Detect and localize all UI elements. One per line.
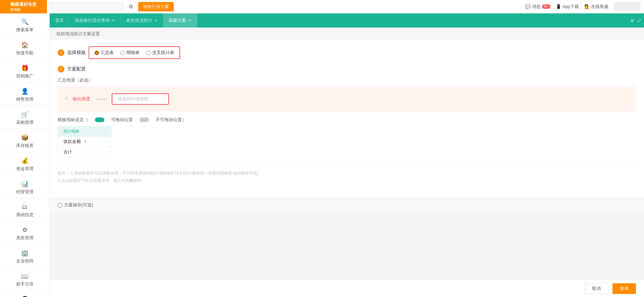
step2-number: 2 bbox=[58, 66, 64, 72]
dimension-select-placeholder: 请选择分组维度 bbox=[118, 96, 148, 101]
basic-info-icon: 🗂 bbox=[22, 203, 28, 210]
tab-close-all-icon[interactable]: ✕ bbox=[630, 17, 634, 24]
sidebar-label-quick-nav: 快捷导航 bbox=[16, 50, 34, 56]
finance-icon: 💰 bbox=[21, 157, 29, 164]
radio-detail-label: 明细表 bbox=[126, 50, 140, 56]
radio-summary-input[interactable] bbox=[95, 51, 99, 55]
marketing-icon: 🎁 bbox=[21, 64, 29, 72]
main-layout: 🔍 搜索菜单 🏠 快捷导航 🎁 营销推广 👤 销售管理 🛒 采购管理 📦 库存核… bbox=[0, 13, 644, 297]
save-option-label: 方案保存(可选) bbox=[64, 202, 93, 208]
sidebar-item-marketing[interactable]: 🎁 营销推广 bbox=[0, 60, 49, 83]
sidebar-item-finance[interactable]: 💰 资金管理 bbox=[0, 152, 49, 176]
sidebar-item-system[interactable]: ⚙ 系统管理 bbox=[0, 221, 49, 245]
operations-icon: 📊 bbox=[21, 180, 29, 188]
sidebar-item-operations[interactable]: 📊 经营管理 bbox=[0, 176, 49, 199]
tab-collection-stat-label: 收款情况统计 bbox=[126, 17, 152, 23]
tab-new-scheme-close[interactable]: ✕ bbox=[188, 18, 192, 23]
tab-home[interactable]: 首页 bbox=[50, 13, 69, 28]
tab-bank-flow-close[interactable]: ✕ bbox=[112, 18, 115, 23]
online-service-item[interactable]: 💁 在线客服 bbox=[584, 4, 608, 10]
sidebar-item-newbie[interactable]: 📖 新手引导 bbox=[0, 268, 49, 291]
tips-section: 提示： 1.拖动标题栏可以调整布局，不可跨维度或指标区域拖动栏目字段(只能在同一… bbox=[58, 164, 636, 184]
sidebar-item-enterprise[interactable]: 🏢 企业协同 bbox=[0, 245, 49, 268]
metrics-total-label: 合计 bbox=[63, 149, 72, 154]
tab-bank-flow[interactable]: 现金银行流水查询 ✕ bbox=[69, 13, 121, 28]
radio-summary[interactable]: 汇总表 bbox=[95, 50, 114, 56]
sidebar-label-inventory: 库存核算 bbox=[16, 143, 34, 149]
app-download-label: App下载 bbox=[562, 4, 579, 10]
sidebar-item-quick-nav[interactable]: 🏠 快捷导航 bbox=[0, 37, 49, 60]
radio-detail-input[interactable] bbox=[120, 51, 125, 55]
content-area: 首页 现金银行流水查询 ✕ 收款情况统计 ✕ 新建方案 ✕ ✕ ⤢ 收款情况统计… bbox=[50, 13, 644, 297]
save-option: 方案保存(可选) bbox=[50, 198, 644, 212]
sidebar-label-marketing: 营销推广 bbox=[16, 73, 34, 79]
tab-collection-stat[interactable]: 收款情况统计 ✕ bbox=[121, 13, 163, 28]
page-content: 收款情况统计方案设置 1 选择模板 汇总表 bbox=[50, 28, 644, 280]
query-button[interactable]: 查询 bbox=[612, 283, 636, 294]
dimension-config: 汇总维度（必选） * 纵向维度 —— 请选择分组维度 bbox=[58, 77, 636, 111]
tab-bar-actions: ✕ ⤢ bbox=[627, 13, 644, 28]
search-input[interactable] bbox=[50, 2, 123, 11]
draggable-label: 可拖动位置 bbox=[111, 117, 133, 123]
metrics-row1-dropdown-icon[interactable]: ▼ bbox=[84, 140, 87, 144]
tab-fullscreen-icon[interactable]: ⤢ bbox=[637, 17, 641, 24]
sidebar-label-newbie: 新手引导 bbox=[16, 281, 34, 287]
tab-bank-flow-label: 现金银行流水查询 bbox=[75, 17, 110, 23]
undraggable-indicator bbox=[140, 117, 149, 122]
search-menu-icon: 🔍 bbox=[21, 18, 29, 26]
download-icon: 📱 bbox=[556, 4, 561, 9]
vertical-dimension-label: 纵向维度 bbox=[73, 96, 90, 102]
message-icon: 💬 bbox=[525, 4, 531, 9]
user-avatar bbox=[614, 2, 641, 11]
sidebar-label-search-menu: 搜索菜单 bbox=[16, 27, 34, 33]
tab-collection-stat-close[interactable]: ✕ bbox=[154, 18, 158, 23]
smart-hw-icon: 📱 bbox=[21, 296, 29, 297]
tip-1: 提示： 1.拖动标题栏可以调整布局，不可跨维度或指标区域拖动栏目字段(只能在同一… bbox=[58, 170, 636, 177]
step1-section: 1 选择模板 汇总表 明细表 bbox=[58, 46, 636, 59]
dimension-section-label: 汇总维度（必选） bbox=[58, 77, 636, 83]
message-icon-item[interactable]: 💬 消息 99+ bbox=[525, 4, 550, 10]
app-download-item[interactable]: 📱 App下载 bbox=[556, 4, 579, 10]
breadcrumb: 收款情况统计方案设置 bbox=[50, 28, 644, 40]
sidebar-item-purchase[interactable]: 🛒 采购管理 bbox=[0, 106, 49, 129]
radio-crosstab[interactable]: 交叉统计表 bbox=[146, 50, 174, 56]
logo-sub: 标准版 bbox=[10, 7, 37, 12]
radio-crosstab-input[interactable] bbox=[146, 51, 151, 55]
metrics-section-label-prefix: 模板指标设定（ bbox=[58, 117, 88, 123]
tab-new-scheme[interactable]: 新建方案 ✕ bbox=[163, 13, 197, 28]
sidebar-item-sales[interactable]: 👤 销售管理 bbox=[0, 83, 49, 106]
sidebar-item-inventory[interactable]: 📦 库存核算 bbox=[0, 129, 49, 152]
sidebar-label-sales: 销售管理 bbox=[16, 96, 34, 102]
footer-bar: 取消 查询 bbox=[50, 280, 644, 297]
metrics-row-1[interactable]: 收款金额 ▼ bbox=[58, 137, 111, 147]
sidebar-label-finance: 资金管理 bbox=[16, 166, 34, 172]
message-label: 消息 bbox=[532, 4, 541, 10]
gear-icon[interactable]: ⚙ bbox=[126, 2, 136, 11]
radio-detail[interactable]: 明细表 bbox=[120, 50, 140, 56]
draggable-indicator bbox=[95, 117, 104, 122]
sidebar-item-search-menu[interactable]: 🔍 搜索菜单 bbox=[0, 13, 49, 37]
dimension-select-box[interactable]: 请选择分组维度 bbox=[112, 93, 169, 105]
radio-summary-label: 汇总表 bbox=[101, 50, 114, 56]
dimension-row: * 纵向维度 —— 请选择分组维度 bbox=[66, 93, 628, 105]
sidebar-label-purchase: 采购管理 bbox=[16, 119, 34, 126]
cancel-button[interactable]: 取消 bbox=[584, 283, 608, 294]
message-badge: 99+ bbox=[542, 4, 550, 9]
sidebar-item-basic-info[interactable]: 🗂 基础信息 bbox=[0, 199, 49, 221]
sidebar-item-smart-hw[interactable]: 📱 智能硬件 bbox=[0, 291, 49, 297]
inventory-icon: 📦 bbox=[21, 134, 29, 141]
step1-number: 1 bbox=[58, 49, 64, 56]
tab-bar: 首页 现金银行流水查询 ✕ 收款情况统计 ✕ 新建方案 ✕ ✕ ⤢ bbox=[50, 13, 644, 28]
metrics-header: 统计指标 bbox=[58, 127, 111, 137]
step2-section: 2 方案配置 汇总维度（必选） * 纵向维度 —— 请选择分组 bbox=[58, 66, 636, 184]
form-card: 1 选择模板 汇总表 明细表 bbox=[50, 40, 644, 198]
step1-title: 选择模板 bbox=[67, 50, 86, 56]
metrics-row1-label: 收款金额 bbox=[63, 139, 81, 145]
sales-icon: 👤 bbox=[21, 88, 29, 95]
metrics-label-row: 模板指标设定（ 可拖动位置 不可拖动位置） bbox=[58, 117, 636, 123]
newbie-icon: 📖 bbox=[21, 273, 29, 280]
metrics-table: 统计指标 收款金额 ▼ 合计 bbox=[58, 126, 111, 157]
step2-title: 方案配置 bbox=[67, 66, 86, 72]
trial-button[interactable]: 体验行业方案 bbox=[138, 2, 174, 11]
save-option-checkbox[interactable] bbox=[58, 203, 62, 207]
